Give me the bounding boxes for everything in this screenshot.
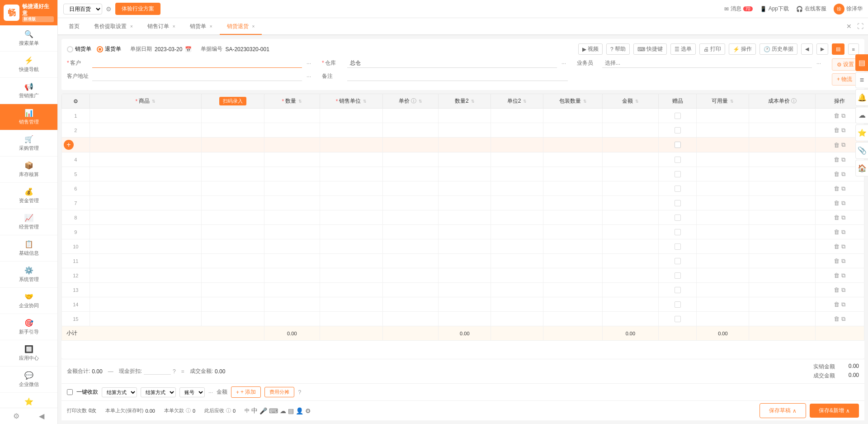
save-draft-btn[interactable]: 保存草稿 ∧ [760,403,806,418]
row-gift-1[interactable] [658,109,697,123]
add-row-btn[interactable]: + [64,140,74,150]
delete-row-10-btn[interactable]: 🗑 [834,243,840,250]
delete-row-11-btn[interactable]: 🗑 [834,257,840,265]
sidebar-item-sales[interactable]: 📊 销售管理 [0,104,57,130]
delete-row-15-btn[interactable]: 🗑 [834,315,840,323]
row-unit2-3[interactable] [491,138,543,152]
copy-row-2-btn[interactable]: ⧉ [841,127,845,134]
gift-checkbox-9[interactable] [675,229,681,235]
row-product-input-3[interactable] [92,142,199,148]
btn-setting[interactable]: ⚙ 设置 [832,58,859,71]
customer-input[interactable] [92,58,302,68]
btn-print[interactable]: 🖨 打印 [699,43,725,55]
tab-price-setting[interactable]: 售价提取设置 × [87,19,140,35]
tab-close-sales-shipment[interactable]: × [210,24,212,29]
th-product[interactable]: * 商品 ⇅ [90,94,201,109]
delete-row-5-btn[interactable]: 🗑 [834,171,840,178]
tab-maximize-btn[interactable]: ⛶ [856,22,864,31]
gift-checkbox-12[interactable] [675,272,681,279]
row-amount-2[interactable] [603,123,658,138]
row-unit-3[interactable] [320,138,383,152]
delete-row-1-btn[interactable]: 🗑 [834,112,840,119]
right-panel-btn-3[interactable]: 🔔 [855,89,868,106]
account-dots[interactable]: ··· [208,389,213,395]
person-btn[interactable]: 👤 [296,407,303,414]
row-product-3[interactable] [90,138,201,152]
delete-row-8-btn[interactable]: 🗑 [834,214,840,221]
staff-dots[interactable]: ··· [815,60,823,67]
delete-row-3-btn[interactable]: 🗑 [834,141,840,148]
one-click-checkbox[interactable] [67,389,73,395]
sidebar-item-wechat[interactable]: 💬 企业微信 [0,367,57,393]
sidebar-item-system[interactable]: ⚙️ 系统管理 [0,262,57,288]
delete-row-14-btn[interactable]: 🗑 [834,301,840,308]
gift-checkbox-1[interactable] [675,113,681,119]
grid-btn[interactable]: ▤ [288,407,294,414]
address-input[interactable] [92,71,302,81]
sidebar-item-marketing[interactable]: 📢 营销推广 [0,78,57,104]
th-avail[interactable]: 可用量 ⇅ [697,94,749,109]
tab-close-price-setting[interactable]: × [130,24,133,29]
row-price-2[interactable] [382,123,438,138]
row-avail-2[interactable] [697,123,749,138]
row-unit2-2[interactable] [491,123,543,138]
btn-help[interactable]: ? 帮助 [606,43,630,55]
th-gear[interactable]: ⚙ [62,94,90,109]
sidebar-item-shortcut[interactable]: ⚡ 快捷导航 [0,52,57,78]
one-click-label[interactable]: 一键收款 [76,388,98,396]
sidebar-item-apps[interactable]: 🔲 应用中心 [0,340,57,367]
gift-checkbox-15[interactable] [675,316,681,322]
btn-shortcut[interactable]: ⌨ 快捷键 [633,43,667,55]
copy-row-11-btn[interactable]: ⧉ [841,257,845,265]
gift-checkbox-11[interactable] [675,258,681,264]
delete-row-9-btn[interactable]: 🗑 [834,229,840,236]
app-download-btn[interactable]: 📱 App下载 [760,5,789,13]
copy-row-4-btn[interactable]: ⧉ [841,156,845,163]
right-panel-btn-4[interactable]: ☁ [855,107,868,124]
sidebar-item-basic[interactable]: 📋 基础信息 [0,235,57,262]
btn-prev[interactable]: ◀ [801,43,813,55]
row-pkg-1[interactable] [543,109,602,123]
tab-close-sales-order[interactable]: × [173,24,175,29]
customer-dots[interactable]: ··· [305,60,313,67]
copy-row-7-btn[interactable]: ⧉ [841,200,845,207]
btn-logistics[interactable]: + 物流 [832,73,859,86]
account-select[interactable]: 账号 [179,387,205,397]
tab-close-all-btn[interactable]: ✕ [845,22,853,31]
row-qty2-3[interactable] [439,138,491,152]
th-pkg[interactable]: 包装数量 ⇅ [543,94,602,109]
sidebar-item-member[interactable]: ⭐ 畅会员 [0,393,57,408]
th-qty[interactable]: * 数量 ⇅ [264,94,320,109]
copy-row-1-btn[interactable]: ⧉ [841,112,845,119]
cloud-btn[interactable]: ☁ [280,407,286,414]
user-menu[interactable]: 徐 徐泽华 [834,4,863,14]
row-unit-2[interactable] [320,123,383,138]
copy-row-9-btn[interactable]: ⧉ [841,229,845,236]
tab-home[interactable]: 首页 [61,19,87,35]
warehouse-dots[interactable]: ··· [560,60,568,67]
warehouse-input[interactable] [347,58,557,68]
copy-row-12-btn[interactable]: ⧉ [841,272,845,279]
btn-video[interactable]: ▶ 视频 [578,43,603,55]
row-product-2[interactable] [90,123,201,138]
row-product-1[interactable] [90,109,201,123]
row-cost-1[interactable] [749,109,816,123]
gift-checkbox-5[interactable] [675,171,681,177]
btn-history[interactable]: 🕐 历史单据 [760,43,797,55]
mic-btn[interactable]: 🎤 [259,407,267,414]
save-new-btn[interactable]: 保存&新增 ∧ [810,404,859,418]
radio-sales[interactable]: 销货单 [67,45,91,53]
row-avail-3[interactable] [697,138,749,152]
sidebar-item-enterprise[interactable]: 🤝 企业协同 [0,288,57,314]
gift-checkbox-6[interactable] [675,186,681,192]
right-panel-btn-2[interactable]: ≡ [855,72,868,88]
gift-checkbox-3[interactable] [675,142,681,148]
row-qty2-2[interactable] [439,123,491,138]
gift-checkbox-14[interactable] [675,301,681,308]
fee-split-btn[interactable]: 费用分摊 [264,387,294,397]
th-gift[interactable]: 赠品 [658,94,697,109]
tab-sales-return[interactable]: 销货退货 × [220,19,262,35]
copy-row-15-btn[interactable]: ⧉ [841,315,845,323]
sidebar-item-search[interactable]: 🔍 搜索菜单 [0,25,57,52]
message-btn[interactable]: ✉ 消息 70 [724,5,753,13]
